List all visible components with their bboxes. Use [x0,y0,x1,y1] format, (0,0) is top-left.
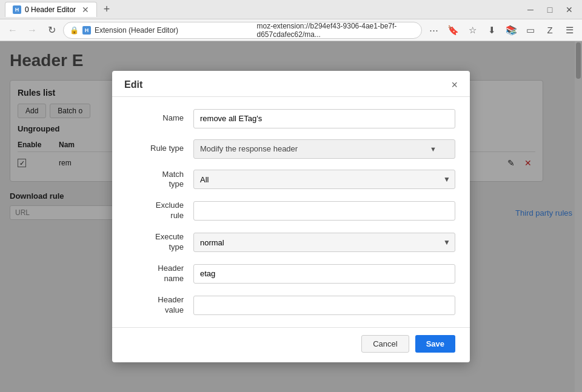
tab-label: 0 Header Editor [25,5,76,14]
tab-favicon: H [13,5,21,14]
address-prefix: Extension (Header Editor) [95,26,253,35]
title-bar: H 0 Header Editor ✕ + ─ □ ✕ [0,0,582,19]
bookmarks-button[interactable]: 🔖 [445,22,461,38]
exclude-rule-input[interactable] [193,201,455,221]
header-name-row: Header name [127,264,455,284]
zotero-button[interactable]: Z [542,22,558,38]
address-url: moz-extension://b294ef43-9306-4ae1-be7f-… [257,22,416,39]
download-button[interactable]: ⬇ [484,22,500,38]
match-type-row: Match type All URL URL prefix URL suffix… [127,170,455,190]
modal-footer: Cancel Save [112,327,470,362]
exclude-rule-label: Exclude rule [127,201,193,221]
extensions-button[interactable]: ⋯ [426,22,441,38]
rule-type-value: Modify the response header [200,144,298,153]
library-button[interactable]: 📚 [503,22,519,38]
back-button[interactable]: ← [5,22,21,38]
refresh-button[interactable]: ↻ [44,22,59,38]
rule-type-arrow: ▼ [430,145,436,153]
match-type-select[interactable]: All URL URL prefix URL suffix Domain URL… [193,170,455,189]
header-name-label: Header name [127,264,193,284]
execute-type-select-wrapper: normal delete add ▼ [193,233,455,252]
extension-icon: H [82,26,91,35]
header-value-label: Header value [127,295,193,316]
header-value-row: Header value [127,295,455,316]
execute-type-select[interactable]: normal delete add [193,233,455,252]
header-value-input[interactable] [193,296,455,315]
modal-header: Edit × [112,71,470,97]
cancel-button[interactable]: Cancel [361,335,409,353]
execute-type-row: Execute type normal delete add ▼ [127,232,455,253]
match-type-label: Match type [127,170,193,190]
address-bar[interactable]: 🔒 H Extension (Header Editor) moz-extens… [63,22,422,39]
new-tab-button[interactable]: + [99,2,114,17]
forward-button[interactable]: → [24,22,40,38]
browser-chrome: H 0 Header Editor ✕ + ─ □ ✕ ← → ↻ 🔒 H Ex… [0,0,582,41]
save-button[interactable]: Save [415,335,455,353]
edit-modal: Edit × Name Rule type Modify the respons… [112,71,470,363]
lock-icon: 🔒 [70,26,79,35]
name-label: Name [127,113,193,124]
maximize-button[interactable]: □ [542,2,558,18]
star-button[interactable]: ☆ [464,22,480,38]
header-name-input[interactable] [193,264,455,284]
name-input[interactable] [193,109,455,128]
close-window-button[interactable]: ✕ [561,2,577,18]
modal-close-button[interactable]: × [451,79,458,90]
match-type-select-wrapper: All URL URL prefix URL suffix Domain URL… [193,170,455,189]
rule-type-row: Rule type Modify the response header ▼ [127,139,455,159]
name-row: Name [127,109,455,128]
minimize-button[interactable]: ─ [523,2,538,18]
tab-close-btn[interactable]: ✕ [82,5,89,15]
sidebar-button[interactable]: ▭ [523,22,538,38]
toolbar-icons: ⋯ 🔖 ☆ ⬇ 📚 ▭ Z ☰ [426,22,577,38]
modal-overlay: Edit × Name Rule type Modify the respons… [0,41,582,392]
exclude-rule-row: Exclude rule [127,201,455,221]
modal-title: Edit [124,79,142,90]
rule-type-label: Rule type [127,144,193,154]
rule-type-select[interactable]: Modify the response header ▼ [193,139,455,159]
menu-button[interactable]: ☰ [561,22,577,38]
page-content: Header E Rules list Add Batch o Ungroupe… [0,41,582,392]
nav-bar: ← → ↻ 🔒 H Extension (Header Editor) moz-… [0,19,582,41]
browser-tab[interactable]: H 0 Header Editor ✕ [5,2,97,17]
execute-type-label: Execute type [127,232,193,253]
modal-body: Name Rule type Modify the response heade… [112,97,470,328]
